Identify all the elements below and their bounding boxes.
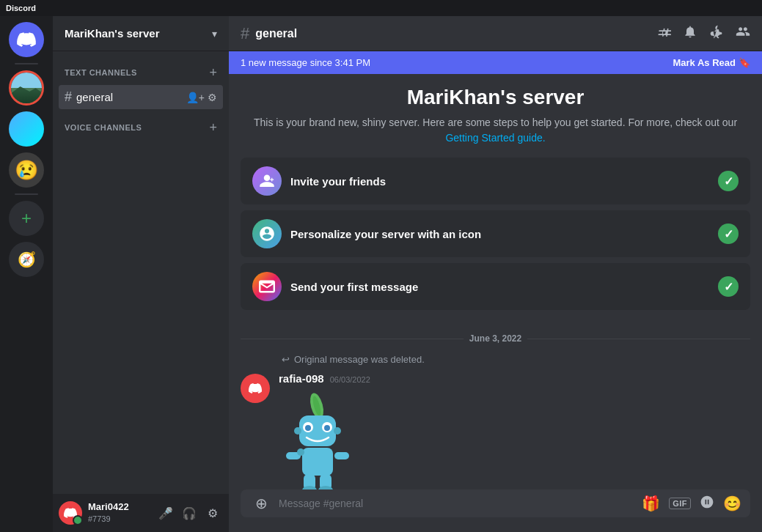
- plus-circle-icon: ⊕: [255, 495, 268, 512]
- user-discriminator: #7739: [88, 514, 150, 524]
- category-text-channels[interactable]: TEXT CHANNELS +: [59, 63, 223, 82]
- svg-point-6: [324, 425, 330, 431]
- checkmark-icon-2: ✓: [724, 227, 733, 241]
- new-message-banner: 1 new message since 3:41 PM Mark As Read…: [229, 51, 762, 74]
- message-header: rafia-098 06/03/2022: [279, 372, 750, 385]
- message-content: rafia-098 06/03/2022: [279, 372, 750, 489]
- personalize-label: Personalize your server with an icon: [290, 228, 709, 240]
- invite-label: Invite your friends: [290, 175, 709, 188]
- settings-icon[interactable]: ⚙: [208, 92, 217, 103]
- headphones-icon: 🎧: [182, 506, 197, 520]
- message-check: ✓: [718, 276, 739, 297]
- category-voice-label: VOICE CHANNELS: [65, 123, 142, 132]
- discord-home-button[interactable]: [9, 22, 44, 57]
- deleted-message-notice: ↩ Original message was deleted.: [241, 352, 750, 371]
- message-image-container: [279, 388, 750, 489]
- server-icon-blue: [9, 111, 44, 147]
- svg-point-5: [305, 425, 311, 431]
- date-divider: June 3, 2022: [229, 322, 762, 350]
- add-voice-channel-button[interactable]: +: [209, 121, 217, 134]
- headphones-button[interactable]: 🎧: [179, 503, 199, 523]
- sticker-icon[interactable]: [700, 495, 714, 513]
- server-list: 😢 + 🧭: [0, 16, 53, 532]
- pin-icon[interactable]: [709, 24, 724, 43]
- landscape-server-icon: [11, 73, 42, 103]
- server-name: MariKhan's server: [65, 27, 159, 40]
- explore-servers-button[interactable]: 🧭: [9, 242, 44, 277]
- hash-icon: #: [65, 89, 72, 105]
- add-member-icon[interactable]: 👤+: [186, 92, 205, 103]
- user-info: Mari0422 #7739: [88, 501, 150, 524]
- server-button-marikhan[interactable]: [9, 70, 44, 106]
- new-message-text: 1 new message since 3:41 PM: [241, 57, 370, 68]
- channel-actions: 👤+ ⚙: [186, 92, 217, 103]
- bot-image: [279, 388, 359, 489]
- server-welcome: MariKhan's server This is your brand new…: [229, 74, 762, 322]
- divider-line-right: [527, 339, 750, 339]
- server-list-divider: [15, 63, 38, 64]
- server-icon-marikhan: [9, 70, 44, 106]
- user-settings-button[interactable]: ⚙: [202, 503, 223, 523]
- message-input-icons: 🎁 GIF 😊: [642, 495, 741, 513]
- message-avatar: [241, 374, 270, 403]
- message-group: ↩ Original message was deleted. rafia-09…: [229, 350, 762, 489]
- mic-icon: 🎤: [158, 506, 173, 520]
- mark-as-read-button[interactable]: Mark As Read 🔖: [673, 57, 751, 68]
- category-voice-channels[interactable]: VOICE CHANNELS +: [59, 118, 223, 137]
- user-controls: 🎤 🎧 ⚙: [155, 503, 223, 523]
- svg-point-16: [297, 448, 304, 456]
- svg-point-8: [334, 427, 341, 435]
- gift-icon[interactable]: 🎁: [642, 495, 660, 512]
- server-button-blue[interactable]: [9, 111, 44, 147]
- welcome-title: MariKhan's server: [241, 86, 750, 109]
- gif-button[interactable]: GIF: [669, 498, 691, 509]
- mark-as-read-label: Mark As Read: [673, 57, 736, 68]
- channel-name-general: general: [76, 91, 186, 103]
- checklist-item-personalize: Personalize your server with an icon ✓: [241, 210, 750, 257]
- getting-started-link[interactable]: Getting Started guide.: [445, 132, 545, 144]
- message-input-area: ⊕ 🎁 GIF 😊: [229, 489, 762, 532]
- channel-header-hash-icon: #: [241, 24, 249, 43]
- message-input[interactable]: [279, 489, 636, 517]
- invite-icon: [252, 166, 282, 196]
- emoji-icon[interactable]: 😊: [723, 495, 741, 512]
- reply-icon: ↩: [282, 354, 290, 365]
- bookmark-icon: 🔖: [739, 57, 750, 68]
- messages-area[interactable]: 1 new message since 3:41 PM Mark As Read…: [229, 51, 762, 489]
- message-icon: [252, 272, 282, 301]
- add-server-button[interactable]: +: [9, 201, 44, 236]
- send-message-label: Send your first message: [290, 281, 709, 293]
- checkmark-icon-3: ✓: [724, 280, 733, 294]
- add-text-channel-button[interactable]: +: [209, 66, 217, 79]
- message: rafia-098 06/03/2022: [241, 371, 750, 489]
- channel-list: TEXT CHANNELS + # general 👤+ ⚙ VOICE CHA…: [53, 51, 229, 494]
- divider-line-left: [241, 339, 464, 339]
- svg-point-7: [294, 427, 301, 435]
- checklist: Invite your friends ✓ Personalize your s…: [241, 158, 750, 310]
- server-header[interactable]: MariKhan's server ▾: [53, 16, 229, 51]
- deleted-notice-text: Original message was deleted.: [294, 354, 425, 365]
- category-text-label: TEXT CHANNELS: [65, 68, 137, 77]
- svg-rect-9: [302, 448, 333, 476]
- message-input-box: ⊕ 🎁 GIF 😊: [241, 489, 750, 517]
- user-avatar: [59, 501, 82, 525]
- gear-icon: ⚙: [208, 506, 218, 520]
- channel-item-general[interactable]: # general 👤+ ⚙: [59, 85, 223, 109]
- chevron-down-icon: ▾: [212, 28, 217, 40]
- personalize-icon: [252, 219, 282, 248]
- microphone-button[interactable]: 🎤: [155, 503, 176, 523]
- members-icon[interactable]: [736, 24, 750, 43]
- channel-header: # general: [229, 16, 762, 51]
- message-author: rafia-098: [279, 372, 324, 385]
- personalize-check: ✓: [718, 223, 739, 244]
- header-icons: [656, 24, 750, 43]
- bell-icon[interactable]: [683, 24, 697, 43]
- channel-sidebar: MariKhan's server ▾ TEXT CHANNELS + # ge…: [53, 16, 229, 532]
- main-content: # general 1 new message si: [229, 16, 762, 532]
- invite-check: ✓: [718, 171, 739, 191]
- server-button-emoji[interactable]: 😢: [9, 152, 44, 188]
- add-file-button[interactable]: ⊕: [249, 492, 273, 515]
- channel-header-name: general: [255, 27, 297, 40]
- hashtag-icon[interactable]: [656, 24, 671, 43]
- username: Mari0422: [88, 501, 150, 514]
